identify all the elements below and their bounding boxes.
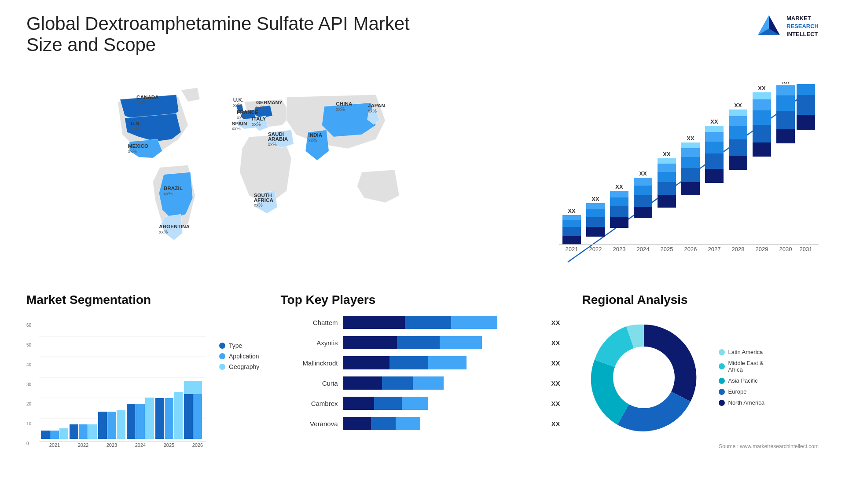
svg-rect-38 (562, 227, 581, 236)
kp-bar-bg-axyntis (343, 336, 548, 349)
svg-text:2021: 2021 (566, 246, 578, 252)
svg-text:CHINA: CHINA (336, 101, 353, 106)
legend-geography: Geography (219, 363, 259, 370)
legend-geography-dot (219, 364, 225, 370)
svg-rect-71 (681, 148, 700, 157)
kp-name-chattem: Chattem (281, 319, 338, 326)
kp-bar-bg-veranova (343, 417, 548, 430)
svg-rect-89 (753, 142, 771, 157)
svg-text:xx%: xx% (336, 106, 345, 112)
svg-text:2024: 2024 (637, 246, 650, 252)
svg-text:xx%: xx% (252, 121, 261, 127)
svg-rect-121 (79, 424, 88, 439)
svg-rect-68 (681, 182, 700, 195)
kp-bar-bg-chattem (343, 316, 548, 329)
svg-rect-124 (98, 412, 107, 439)
svg-rect-79 (705, 126, 724, 132)
svg-text:xx%: xx% (308, 138, 317, 143)
regional-title: Regional Analysis (582, 293, 819, 307)
svg-rect-61 (658, 195, 676, 208)
regional-legend: Latin America Middle East &Africa Asia P… (719, 349, 764, 406)
reg-legend-europe: Europe (719, 388, 764, 395)
svg-text:XX: XX (687, 135, 694, 142)
legend-application-dot (219, 353, 225, 359)
svg-rect-118 (59, 428, 68, 439)
svg-text:XX: XX (568, 208, 576, 214)
svg-text:xx%: xx% (254, 202, 263, 208)
header: Global Dextroamphetamine Sulfate API Mar… (26, 13, 819, 55)
svg-rect-69 (681, 168, 700, 182)
bar-chart-wrapper: XX 2021 XX 2022 XX 2023 (546, 64, 819, 275)
svg-rect-52 (610, 191, 628, 197)
reg-label-apac: Asia Pacific (728, 377, 758, 384)
svg-text:2031: 2031 (800, 246, 812, 252)
svg-rect-92 (753, 99, 771, 110)
svg-text:xx%: xx% (268, 142, 277, 147)
legend-type-label: Type (229, 342, 242, 349)
map-container: CANADA xx% U.S. xx% MEXICO xx% BRAZIL xx… (26, 64, 528, 275)
svg-text:U.K.: U.K. (233, 97, 243, 102)
kp-val-veranova: XX (551, 420, 565, 427)
svg-text:AFRICA: AFRICA (254, 197, 274, 203)
kp-val-cambrex: XX (551, 400, 565, 407)
kp-name-axyntis: Axyntis (281, 339, 338, 347)
svg-rect-72 (681, 142, 700, 148)
kp-row-axyntis: Axyntis XX (281, 336, 565, 349)
svg-rect-45 (586, 209, 605, 217)
svg-text:xx%: xx% (233, 102, 242, 108)
svg-rect-50 (610, 206, 628, 217)
legend-geography-label: Geography (229, 363, 259, 370)
segmentation-section: Market Segmentation 0 10 20 30 40 50 60 (26, 293, 263, 458)
svg-text:2023: 2023 (107, 442, 117, 448)
svg-text:2026: 2026 (192, 442, 203, 448)
kp-bar-axyntis: XX (343, 336, 565, 349)
reg-label-mea: Middle East &Africa (728, 360, 764, 373)
regional-section: Regional Analysis (582, 293, 819, 458)
kp-bar-bg-curia (343, 376, 548, 390)
svg-rect-137 (193, 394, 202, 439)
svg-text:ARGENTINA: ARGENTINA (159, 223, 190, 229)
page-container: Global Dextroamphetamine Sulfate API Mar… (0, 0, 845, 504)
legend-application: Application (219, 353, 259, 360)
kp-val-chattem: XX (551, 319, 565, 326)
seg-chart-wrapper: 0 10 20 30 40 50 60 (26, 316, 206, 458)
seg-legend: Type Application Geography (219, 342, 259, 370)
svg-rect-84 (729, 126, 747, 139)
svg-rect-130 (145, 398, 154, 439)
kp-val-curia: XX (551, 380, 565, 387)
svg-text:XX: XX (802, 82, 810, 84)
svg-text:2021: 2021 (49, 442, 60, 448)
svg-text:XX: XX (615, 183, 623, 190)
svg-text:xx%: xx% (256, 105, 265, 110)
svg-text:FRANCE: FRANCE (237, 109, 258, 115)
svg-rect-129 (136, 404, 145, 439)
svg-text:XX: XX (782, 82, 790, 85)
svg-rect-63 (658, 172, 676, 182)
svg-text:ARABIA: ARABIA (268, 136, 288, 142)
svg-rect-56 (634, 195, 652, 207)
kp-row-veranova: Veranova XX (281, 417, 565, 430)
svg-text:xx%: xx% (159, 229, 168, 234)
svg-rect-57 (634, 186, 652, 195)
svg-rect-122 (88, 424, 97, 439)
svg-rect-86 (729, 110, 747, 116)
svg-rect-39 (562, 220, 581, 227)
legend-type: Type (219, 342, 259, 349)
svg-text:CANADA: CANADA (136, 94, 159, 100)
reg-dot-europe (719, 389, 725, 395)
svg-rect-83 (729, 139, 747, 156)
reg-label-latin: Latin America (728, 349, 763, 355)
svg-rect-125 (107, 412, 116, 439)
kp-row-curia: Curia XX (281, 376, 565, 390)
page-title: Global Dextroamphetamine Sulfate API Mar… (26, 13, 422, 55)
svg-rect-120 (70, 424, 78, 439)
svg-text:SPAIN: SPAIN (232, 121, 247, 126)
seg-chart-svg: 2021 2022 2023 (39, 316, 206, 457)
svg-rect-55 (634, 207, 652, 218)
svg-text:XX: XX (592, 196, 599, 202)
kp-bar-mallinckrodt: XX (343, 356, 565, 369)
svg-text:xx%: xx% (237, 115, 246, 120)
reg-dot-apac (719, 378, 725, 384)
kp-bar-veranova: XX (343, 417, 565, 430)
svg-text:2023: 2023 (613, 246, 626, 252)
